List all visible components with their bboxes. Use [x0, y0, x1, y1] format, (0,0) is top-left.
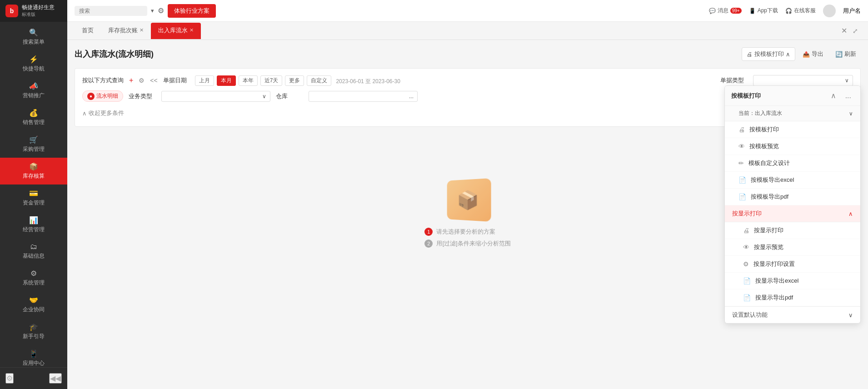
- sidebar-item-collab[interactable]: 🤝 企业协同: [0, 291, 67, 318]
- dropdown-item-template-custom[interactable]: ✏ 模板自定义设计: [725, 155, 860, 172]
- dropdown-footer-label: 设置默认功能: [732, 311, 768, 319]
- display-preview-icon: 👁: [743, 244, 749, 251]
- empty-step-1-label: 请先选择要分析的方案: [436, 228, 495, 236]
- sidebar-collapse-button[interactable]: ◀◀: [49, 373, 62, 384]
- sidebar-item-sales[interactable]: 💰 销售管理: [0, 104, 67, 131]
- export-icon: 📤: [803, 51, 810, 58]
- search-dropdown-icon[interactable]: ▾: [151, 7, 154, 14]
- marketing-icon: 📣: [29, 82, 38, 90]
- flow-tag-icon: ●: [87, 93, 95, 100]
- dropdown-item-template-export-pdf-label: 按模板导出pdf: [751, 193, 788, 201]
- inventory-icon: 📦: [29, 162, 38, 171]
- refresh-label: 刷新: [844, 50, 856, 58]
- dropdown-item-display-preview[interactable]: 👁 按显示预览: [725, 239, 860, 256]
- search-input[interactable]: [75, 6, 147, 16]
- excel-icon: 📄: [738, 176, 746, 184]
- display-excel-icon: 📄: [743, 277, 751, 284]
- page-header: 出入库流水(流水明细) 🖨 按模板打印 ∧ 📤 导出 🔄 刷新: [75, 47, 861, 61]
- user-name: 用户名: [843, 7, 861, 15]
- dropdown-item-display-export-excel[interactable]: 📄 按显示导出excel: [725, 273, 860, 289]
- app-download-label: App下载: [758, 7, 778, 15]
- dropdown-more-icon[interactable]: ...: [843, 91, 854, 101]
- sidebar-item-label: 应用中心: [23, 359, 45, 367]
- template-print-button[interactable]: 🖨 按模板打印 ∧: [742, 47, 795, 61]
- dropdown-expand-icon[interactable]: ∧: [828, 90, 839, 101]
- sidebar-item-appcenter[interactable]: 📱 应用中心: [0, 345, 67, 367]
- user-avatar[interactable]: [823, 5, 836, 17]
- app-download-button[interactable]: 📱 App下载: [749, 7, 778, 15]
- tab-flow[interactable]: 出入库流水 ✕: [151, 23, 201, 39]
- sidebar-item-label: 经营管理: [23, 226, 45, 234]
- dropdown-item-template-custom-label: 模板自定义设计: [748, 159, 790, 167]
- sidebar-item-quicknav[interactable]: ⚡ 快捷导航: [0, 50, 67, 77]
- sidebar-item-purchase[interactable]: 🛒 采购管理: [0, 131, 67, 158]
- sidebar-item-search[interactable]: 🔍 搜索菜单: [0, 24, 67, 50]
- main-area: ▾ ⚙ 体验行业方案 💬 消息 99+ 📱 App下载 🎧 在线客服 用户名 首…: [67, 0, 868, 389]
- filter-setting-button[interactable]: ⚙: [139, 77, 145, 84]
- filter-date-options: 上月 本月 本年 近7天 更多 自定义: [195, 75, 332, 86]
- sidebar-item-label: 搜索菜单: [23, 38, 45, 46]
- filter-business-type-dropdown-icon: ∨: [262, 93, 266, 100]
- filter-date-lastmonth[interactable]: 上月: [195, 75, 214, 86]
- filter-date-thisyear[interactable]: 本年: [239, 75, 258, 86]
- tab-batch[interactable]: 库存批次账 ✕: [101, 23, 151, 39]
- refresh-icon: 🔄: [835, 51, 843, 58]
- topbar-gear-icon[interactable]: ⚙: [158, 6, 164, 15]
- filter-receipt-type-select[interactable]: ∨: [753, 75, 853, 86]
- filter-warehouse-select[interactable]: ...: [309, 91, 418, 102]
- sidebar-item-guide[interactable]: 🎓 新手引导: [0, 318, 67, 345]
- page-actions: 🖨 按模板打印 ∧ 📤 导出 🔄 刷新: [742, 47, 861, 61]
- dropdown-item-display-export-pdf[interactable]: 📄 按显示导出pdf: [725, 289, 860, 306]
- sidebar-item-operation[interactable]: 📊 经营管理: [0, 211, 67, 238]
- dropdown-item-template-preview[interactable]: 👁 按模板预览: [725, 138, 860, 155]
- sidebar-item-marketing[interactable]: 📣 营销推广: [0, 77, 67, 104]
- filter-date-7days[interactable]: 近7天: [260, 75, 283, 86]
- dropdown-current[interactable]: 当前：出入库流水 ∨: [725, 106, 860, 121]
- sidebar-settings-button[interactable]: ⚙: [5, 373, 14, 384]
- refresh-button[interactable]: 🔄 刷新: [831, 48, 861, 60]
- sidebar-item-system[interactable]: ⚙ 系统管理: [0, 264, 67, 291]
- display-printer-icon: 🖨: [743, 227, 749, 234]
- empty-step-2-label: 用[过滤]条件来缩小分析范围: [436, 239, 510, 248]
- filter-add-button[interactable]: +: [129, 76, 133, 85]
- online-service-button[interactable]: 🎧 在线客服: [785, 7, 816, 15]
- sidebar-item-inventory[interactable]: 📦 库存核算: [0, 158, 67, 185]
- tab-flow-close-icon[interactable]: ✕: [190, 27, 194, 33]
- page-content: 出入库流水(流水明细) 🖨 按模板打印 ∧ 📤 导出 🔄 刷新: [67, 40, 868, 389]
- filter-collapse-button[interactable]: <<: [150, 77, 157, 84]
- dropdown-title: 按模板打印: [731, 92, 761, 100]
- tab-expand-button[interactable]: ⤢: [850, 26, 861, 35]
- tab-batch-close-icon[interactable]: ✕: [140, 27, 144, 33]
- dropdown-section-display[interactable]: 按显示打印 ∧: [725, 205, 860, 222]
- sidebar-item-funds[interactable]: 💳 资金管理: [0, 185, 67, 211]
- trial-button[interactable]: 体验行业方案: [168, 4, 216, 18]
- printer-icon: 🖨: [747, 51, 753, 58]
- purchase-icon: 🛒: [29, 135, 38, 144]
- dropdown-section-display-label: 按显示打印: [732, 209, 762, 218]
- export-button[interactable]: 📤 导出: [798, 48, 828, 60]
- sidebar-item-basic[interactable]: 🗂 基础信息: [0, 238, 67, 264]
- dropdown-item-template-print-label: 按模板打印: [749, 125, 779, 134]
- dropdown-footer[interactable]: 设置默认功能 ∨: [725, 306, 860, 323]
- empty-illustration: 📦: [447, 178, 491, 222]
- tab-close-all-button[interactable]: ✕: [838, 25, 850, 36]
- dropdown-item-template-print[interactable]: 🖨 按模板打印: [725, 121, 860, 138]
- filter-collapse-more-button[interactable]: ∧ 收起更多条件: [82, 106, 124, 120]
- filter-date-custom[interactable]: 自定义: [307, 75, 331, 86]
- filter-business-type-select[interactable]: ∨: [161, 91, 270, 102]
- dropdown-item-template-export-pdf[interactable]: 📄 按模板导出pdf: [725, 189, 860, 205]
- guide-icon: 🎓: [29, 323, 38, 331]
- dropdown-panel: 按模板打印 ∧ ... 当前：出入库流水 ∨ 🖨 按模板打印 👁 按模板预览 ✏: [724, 85, 861, 324]
- dropdown-item-display-print[interactable]: 🖨 按显示打印: [725, 222, 860, 239]
- sidebar-item-label: 资金管理: [23, 199, 45, 207]
- tab-home[interactable]: 首页: [75, 23, 101, 39]
- search-icon: 🔍: [29, 28, 38, 37]
- message-button[interactable]: 💬 消息 99+: [709, 7, 742, 15]
- online-service-label: 在线客服: [794, 7, 816, 15]
- filter-date-more[interactable]: 更多: [285, 75, 304, 86]
- dropdown-item-display-print-settings[interactable]: ⚙ 按显示打印设置: [725, 256, 860, 273]
- download-icon: 📱: [749, 8, 756, 14]
- dropdown-item-template-export-excel[interactable]: 📄 按模板导出excel: [725, 172, 860, 189]
- filter-date-thismonth[interactable]: 本月: [217, 75, 236, 86]
- empty-steps: 1 请先选择要分析的方案 2 用[过滤]条件来缩小分析范围: [424, 228, 510, 251]
